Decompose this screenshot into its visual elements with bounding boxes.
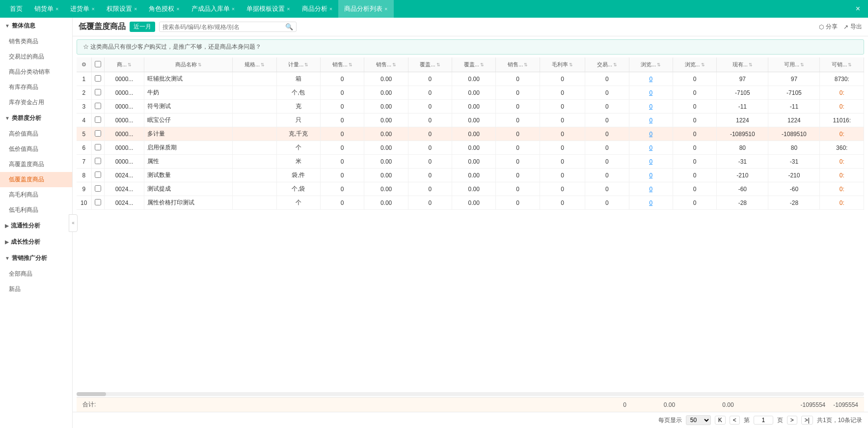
sidebar-section-group-analysis[interactable]: ▼ 类群度分析	[0, 110, 72, 126]
nav-tab-permissions-close[interactable]: ×	[134, 6, 137, 12]
row-checkbox[interactable]	[91, 86, 104, 100]
nav-tab-finished-goods-close[interactable]: ×	[232, 6, 235, 12]
col-margin[interactable]: 毛利率⇅	[540, 57, 585, 72]
row-checkbox[interactable]	[91, 114, 104, 127]
row-checkbox[interactable]	[91, 127, 104, 141]
row-stock2: 80	[768, 141, 820, 155]
nav-tab-product-analysis-label: 商品分析	[302, 4, 327, 13]
row-unit: 个	[276, 196, 320, 210]
row-unit: 克	[276, 100, 320, 114]
row-stock2: -28	[768, 196, 820, 210]
row-checkbox[interactable]	[91, 196, 104, 210]
nav-tab-home-label: 首页	[10, 4, 23, 13]
search-input[interactable]	[163, 24, 285, 30]
row-checkbox[interactable]	[91, 141, 104, 155]
col-sales2[interactable]: 销售...⇅	[364, 57, 408, 72]
col-cover1[interactable]: 覆盖...⇅	[408, 57, 452, 72]
row-browse1[interactable]: 0	[629, 127, 673, 141]
sidebar-item-stock-capital[interactable]: 库存资金占用	[0, 95, 72, 110]
sidebar-section-growth[interactable]: ▶ 成长性分析	[0, 234, 72, 250]
sidebar-item-sales-goods[interactable]: 销售类商品	[0, 34, 72, 49]
nav-tab-home[interactable]: 首页	[4, 0, 28, 18]
col-browse2[interactable]: 浏览...⇅	[673, 57, 716, 72]
nav-tab-templates[interactable]: 单据模板设置 ×	[241, 0, 296, 18]
nav-tab-purchase[interactable]: 进货单 ×	[64, 0, 100, 18]
nav-tab-purchase-close[interactable]: ×	[91, 6, 94, 12]
select-all-checkbox[interactable]	[95, 61, 101, 67]
row-checkbox[interactable]	[91, 155, 104, 169]
row-cover1: 0	[408, 155, 452, 169]
row-browse1[interactable]: 0	[629, 196, 673, 210]
sidebar-item-high-value[interactable]: 高价值商品	[0, 126, 72, 142]
sidebar-item-high-margin[interactable]: 高毛利商品	[0, 187, 72, 202]
nav-tab-sales[interactable]: 销货单 ×	[28, 0, 64, 18]
share-button[interactable]: ⬡ 分享	[819, 23, 838, 31]
col-cover2[interactable]: 覆盖...⇅	[452, 57, 496, 72]
col-settings[interactable]: ⚙	[77, 57, 91, 72]
col-sales1[interactable]: 销售...⇅	[321, 57, 364, 72]
row-browse1[interactable]: 0	[629, 100, 673, 114]
col-checkbox[interactable]	[91, 57, 104, 72]
sidebar-item-traded-goods[interactable]: 交易过的商品	[0, 49, 72, 64]
row-checkbox[interactable]	[91, 169, 104, 182]
window-close-button[interactable]: ×	[852, 4, 864, 13]
first-page-button[interactable]: K	[715, 416, 726, 425]
col-code[interactable]: 商...⇅	[104, 57, 144, 72]
sidebar-item-category-rate[interactable]: 商品分类动销率	[0, 64, 72, 80]
row-sales2: 0.00	[364, 72, 408, 86]
col-stock1[interactable]: 现有...⇅	[717, 57, 768, 72]
col-sales3[interactable]: 销售...⇅	[496, 57, 540, 72]
nav-tab-roles-close[interactable]: ×	[176, 6, 179, 12]
nav-tab-product-analysis-list-close[interactable]: ×	[384, 6, 387, 12]
row-browse1[interactable]: 0	[629, 155, 673, 169]
nav-tab-permissions[interactable]: 权限设置 ×	[101, 0, 143, 18]
prev-page-button[interactable]: <	[730, 416, 740, 425]
row-checkbox[interactable]	[91, 72, 104, 86]
nav-tab-product-analysis[interactable]: 商品分析 ×	[296, 0, 338, 18]
row-browse1[interactable]: 0	[629, 114, 673, 127]
next-page-button[interactable]: >	[787, 416, 797, 425]
row-num: 1	[77, 72, 91, 86]
sidebar-section-overall[interactable]: ▼ 整体信息	[0, 18, 72, 34]
col-unit[interactable]: 计量...⇅	[276, 57, 320, 72]
nav-tab-templates-close[interactable]: ×	[287, 6, 290, 12]
row-checkbox[interactable]	[91, 100, 104, 114]
sidebar-item-low-coverage[interactable]: 低覆盖度商品	[0, 172, 72, 187]
col-spec[interactable]: 规格...⇅	[233, 57, 276, 72]
sidebar-item-in-stock[interactable]: 有库存商品	[0, 80, 72, 95]
row-sales3: 0	[496, 155, 540, 169]
col-stock2[interactable]: 可用...⇅	[768, 57, 820, 72]
row-sales3: 0	[496, 141, 540, 155]
nav-tab-product-analysis-list[interactable]: 商品分析列表 ×	[338, 0, 393, 18]
nav-tab-roles[interactable]: 角色授权 ×	[143, 0, 185, 18]
horizontal-scrollbar[interactable]	[77, 392, 864, 396]
sidebar-item-new-goods[interactable]: 新品	[0, 282, 72, 297]
nav-tab-sales-close[interactable]: ×	[55, 6, 58, 12]
sidebar-item-high-coverage[interactable]: 高覆盖度商品	[0, 157, 72, 172]
export-button[interactable]: ↗ 导出	[843, 23, 862, 31]
nav-tab-finished-goods[interactable]: 产成品入库单 ×	[186, 0, 241, 18]
row-browse1[interactable]: 0	[629, 72, 673, 86]
row-checkbox[interactable]	[91, 182, 104, 196]
sidebar-section-marketing[interactable]: ▼ 营销推广分析	[0, 250, 72, 266]
nav-tab-product-analysis-close[interactable]: ×	[329, 6, 332, 12]
col-browse1[interactable]: 浏览...⇅	[629, 57, 673, 72]
period-button[interactable]: 近一月	[130, 22, 155, 32]
scroll-thumb[interactable]	[77, 392, 106, 396]
page-size-select[interactable]: 50 10 20 100	[686, 415, 711, 425]
row-browse1[interactable]: 0	[629, 141, 673, 155]
last-page-button[interactable]: >|	[801, 416, 813, 425]
page-number-input[interactable]	[754, 416, 773, 425]
row-browse1[interactable]: 0	[629, 182, 673, 196]
search-icon[interactable]: 🔍	[285, 23, 293, 30]
sidebar-section-liquidity[interactable]: ▶ 流通性分析	[0, 218, 72, 234]
col-trade[interactable]: 交易...⇅	[585, 57, 629, 72]
sidebar-item-low-margin[interactable]: 低毛利商品	[0, 202, 72, 218]
sidebar-item-all-goods[interactable]: 全部商品	[0, 266, 72, 282]
row-browse1[interactable]: 0	[629, 169, 673, 182]
sidebar-collapse-button[interactable]: «	[69, 214, 78, 232]
sidebar-item-low-value[interactable]: 低价值商品	[0, 142, 72, 157]
row-browse1[interactable]: 0	[629, 86, 673, 100]
col-name[interactable]: 商品名称⇅	[144, 57, 233, 72]
col-sellable[interactable]: 可销...⇅	[820, 57, 864, 72]
